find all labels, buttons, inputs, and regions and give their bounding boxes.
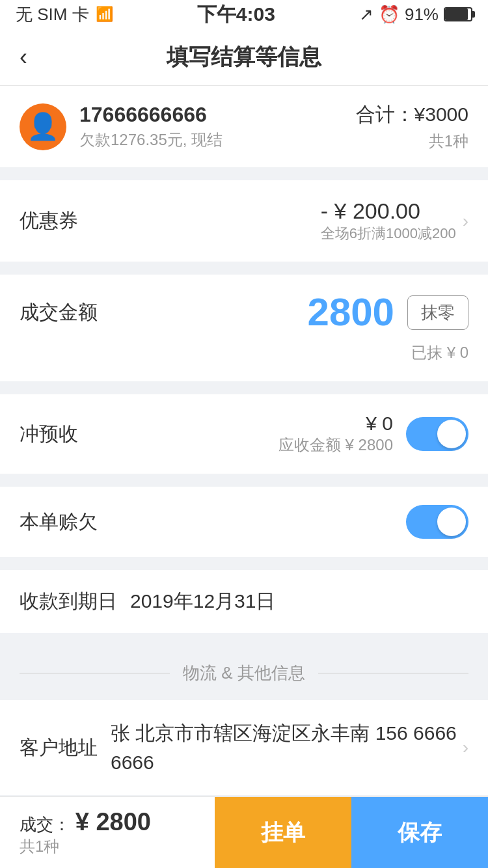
pre-amount: ¥ 0 <box>278 413 393 435</box>
pre-receive-right: ¥ 0 应收金额 ¥ 2800 <box>278 413 468 455</box>
address-chevron-icon: › <box>463 737 468 758</box>
address-section[interactable]: 客户地址 张 北京市市辖区海淀区永丰南 156 6666 6666 › <box>0 700 488 795</box>
divider-text: 物流 & 其他信息 <box>183 662 305 685</box>
deal-row: 成交金额 2800 抹零 <box>20 293 468 332</box>
divider-line-left <box>20 673 170 673</box>
chevron-right-icon: › <box>463 211 468 232</box>
bottom-count: 共1种 <box>20 836 195 857</box>
battery-fill <box>445 8 468 20</box>
deal-amount-section: 成交金额 2800 抹零 已抹 ¥ 0 <box>0 275 488 381</box>
battery-text: 91% <box>405 5 439 25</box>
bottom-bar: 成交： ¥ 2800 共1种 挂单 保存 <box>0 796 488 868</box>
coupon-amount: - ¥ 200.00 <box>321 198 456 224</box>
total-amount: 合计：¥3000 <box>356 102 468 128</box>
payment-date-section: 收款到期日 2019年12月31日 <box>0 570 488 633</box>
customer-total: 合计：¥3000 共1种 <box>356 102 468 152</box>
address-label: 客户地址 <box>20 735 98 761</box>
total-count: 共1种 <box>356 131 468 152</box>
deal-amount: 2800 <box>308 293 394 332</box>
customer-details: 17666666666 欠款1276.35元, 现结 <box>79 103 223 150</box>
status-left: 无 SIM 卡 📶 <box>16 3 113 26</box>
save-button[interactable]: 保存 <box>351 797 488 868</box>
alarm-icon: ⏰ <box>379 5 400 25</box>
toggle-knob <box>437 420 466 448</box>
customer-info-card: 👤 17666666666 欠款1276.35元, 现结 合计：¥3000 共1… <box>0 86 488 167</box>
main-content: 👤 17666666666 欠款1276.35元, 现结 合计：¥3000 共1… <box>0 86 488 868</box>
coupon-label: 优惠券 <box>20 208 78 234</box>
back-button[interactable]: ‹ <box>20 44 27 71</box>
coupon-right: - ¥ 200.00 全场6折满1000减200 › <box>321 198 468 243</box>
round-zero-button[interactable]: 抹零 <box>407 295 468 330</box>
nav-bar: ‹ 填写结算等信息 <box>0 29 488 86</box>
status-bar: 无 SIM 卡 📶 下午4:03 ↗ ⏰ 91% <box>0 0 488 29</box>
bottom-summary: 成交： ¥ 2800 共1种 <box>0 808 215 857</box>
bottom-actions: 挂单 保存 <box>215 797 488 868</box>
pre-receive-toggle[interactable] <box>406 417 468 451</box>
pending-button[interactable]: 挂单 <box>215 797 351 868</box>
carrier-text: 无 SIM 卡 <box>16 3 89 26</box>
deal-value-group: 2800 抹零 <box>308 293 468 332</box>
battery-indicator <box>444 7 472 21</box>
section-divider: 物流 & 其他信息 <box>0 646 488 700</box>
avatar-icon: 👤 <box>27 111 59 142</box>
customer-debt: 欠款1276.35元, 现结 <box>79 129 223 150</box>
pre-receive-label: 冲预收 <box>20 421 78 448</box>
coupon-row[interactable]: 优惠券 - ¥ 200.00 全场6折满1000减200 › <box>0 180 488 262</box>
customer-phone: 17666666666 <box>79 103 223 127</box>
debt-toggle[interactable] <box>406 505 468 539</box>
pre-receive-section: 冲预收 ¥ 0 应收金额 ¥ 2800 <box>0 394 488 474</box>
coupon-desc: 全场6折满1000减200 <box>321 224 456 243</box>
deal-label: 成交金额 <box>20 299 98 326</box>
debt-toggle-knob <box>437 508 466 536</box>
date-label: 收款到期日 <box>20 588 117 615</box>
bottom-deal-row: 成交： ¥ 2800 <box>20 808 195 836</box>
pre-desc: 应收金额 ¥ 2800 <box>278 435 393 455</box>
page-title: 填写结算等信息 <box>167 42 321 72</box>
date-value: 2019年12月31日 <box>130 588 275 615</box>
date-row: 收款到期日 2019年12月31日 <box>20 588 468 615</box>
customer-left: 👤 17666666666 欠款1276.35元, 现结 <box>20 103 223 150</box>
debt-section: 本单赊欠 <box>0 487 488 557</box>
deal-sub: 已抹 ¥ 0 <box>20 342 468 363</box>
pre-receive-row: 冲预收 ¥ 0 应收金额 ¥ 2800 <box>20 413 468 455</box>
debt-label: 本单赊欠 <box>20 509 98 536</box>
divider-line-right <box>318 673 468 673</box>
status-right: ↗ ⏰ 91% <box>359 5 472 25</box>
location-icon: ↗ <box>359 5 373 25</box>
wifi-icon: 📶 <box>96 6 113 23</box>
pre-receive-values: ¥ 0 应收金额 ¥ 2800 <box>278 413 393 455</box>
bottom-deal-amount: ¥ 2800 <box>75 808 151 835</box>
address-value: 张 北京市市辖区海淀区永丰南 156 6666 6666 <box>111 718 463 777</box>
bottom-deal-label: 成交： <box>20 815 70 834</box>
avatar: 👤 <box>20 103 66 150</box>
status-time: 下午4:03 <box>197 1 275 28</box>
